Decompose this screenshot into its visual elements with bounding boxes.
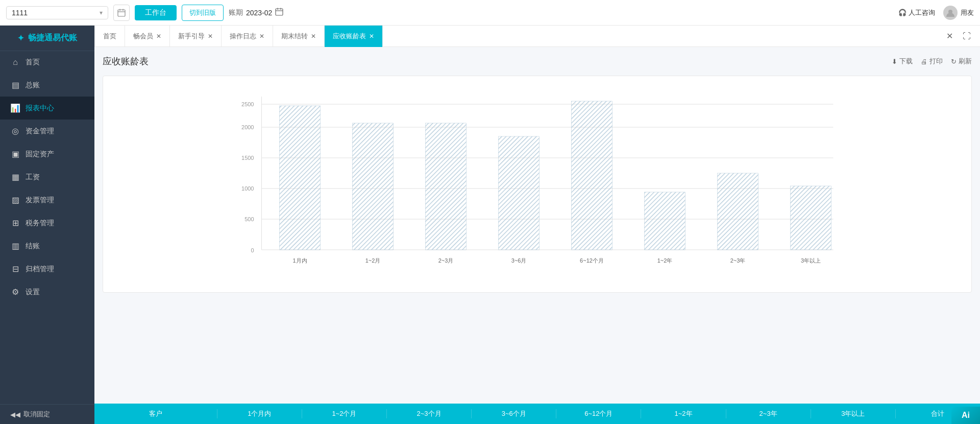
payroll-icon: ▦ — [10, 172, 20, 182]
switch-old-button[interactable]: 切到旧版 — [182, 5, 224, 21]
svg-text:3~6月: 3~6月 — [511, 257, 527, 264]
tab-close-oplog[interactable]: ✕ — [259, 33, 264, 40]
sidebar-item-invoice[interactable]: ▨ 发票管理 — [0, 189, 94, 211]
svg-rect-23 — [280, 106, 321, 250]
close-all-button[interactable]: ✕ — [942, 29, 957, 43]
sidebar-footer[interactable]: ◀◀ 取消固定 — [0, 404, 94, 424]
tab-home[interactable]: 首页 — [94, 26, 125, 47]
workbench-button[interactable]: 工作台 — [135, 5, 177, 20]
ai-badge[interactable]: Ai — [951, 407, 980, 424]
col-2-3y: 2~3年 — [726, 409, 811, 418]
tab-close-guide[interactable]: ✕ — [208, 33, 213, 40]
period-calendar-icon[interactable] — [275, 8, 283, 17]
logo-icon: ✦ — [17, 33, 24, 43]
sidebar-item-checkout[interactable]: ▥ 结账 — [0, 234, 94, 257]
sidebar-item-ledger[interactable]: ▤ 总账 — [0, 74, 94, 97]
svg-rect-33 — [645, 192, 685, 250]
sidebar-item-funds[interactable]: ◎ 资金管理 — [0, 120, 94, 143]
tab-label-aging: 应收账龄表 — [333, 32, 366, 41]
top-header: 1111 ▾ 工作台 切到旧版 账期 2023-02 🎧 人工咨询 — [0, 0, 980, 26]
svg-text:2500: 2500 — [241, 101, 254, 107]
user-area[interactable]: 用友 — [943, 6, 974, 20]
svg-rect-35 — [718, 173, 758, 250]
logo-text: 畅捷通易代账 — [28, 33, 77, 43]
sidebar-label-home: 首页 — [26, 58, 40, 67]
expand-button[interactable]: ⛶ — [960, 29, 974, 43]
svg-rect-37 — [791, 186, 831, 250]
archive-icon: ⊟ — [10, 264, 20, 274]
col-2-3m: 2~3个月 — [387, 409, 472, 418]
tab-label-home: 首页 — [103, 32, 116, 41]
sidebar-logo: ✦ 畅捷通易代账 — [0, 26, 94, 51]
svg-rect-31 — [572, 101, 612, 250]
sidebar-scroll: ⌂ 首页 ▤ 总账 📊 报表中心 ◎ 资金管理 ▣ 固定资产 ▦ 工资 — [0, 51, 94, 404]
tab-close-period-end[interactable]: ✕ — [311, 33, 316, 40]
sidebar-item-settings[interactable]: ⚙ 设置 — [0, 280, 94, 303]
svg-rect-4 — [276, 9, 283, 15]
tab-close-aging[interactable]: ✕ — [369, 33, 374, 40]
sidebar-item-home[interactable]: ⌂ 首页 — [0, 51, 94, 74]
avatar — [943, 6, 958, 20]
tab-guide[interactable]: 新手引导 ✕ — [170, 26, 222, 47]
svg-text:0: 0 — [251, 247, 254, 253]
tax-icon: ⊞ — [10, 218, 20, 228]
consult-label: 人工咨询 — [909, 8, 935, 17]
col-3-6m: 3~6个月 — [472, 409, 556, 418]
svg-text:2000: 2000 — [241, 124, 254, 130]
col-customer: 客户 — [94, 409, 217, 418]
bar-chart: 0 500 1000 1500 2000 2500 — [113, 86, 961, 280]
col-1m: 1个月内 — [217, 409, 302, 418]
svg-rect-29 — [499, 136, 540, 250]
tab-label-period-end: 期末结转 — [281, 32, 308, 41]
checkout-icon: ▥ — [10, 241, 20, 251]
header-right: 🎧 人工咨询 用友 — [898, 6, 974, 20]
tab-period-end[interactable]: 期末结转 ✕ — [273, 26, 325, 47]
sidebar-item-archive[interactable]: ⊟ 归档管理 — [0, 257, 94, 280]
home-icon: ⌂ — [10, 58, 20, 67]
sidebar-item-payroll[interactable]: ▦ 工资 — [0, 166, 94, 189]
unpin-label: 取消固定 — [23, 410, 50, 419]
svg-rect-27 — [426, 123, 467, 250]
sidebar-label-archive: 归档管理 — [26, 265, 54, 274]
period-value: 2023-02 — [246, 9, 272, 17]
refresh-button[interactable]: ↻ 刷新 — [951, 57, 972, 66]
sidebar-item-assets[interactable]: ▣ 固定资产 — [0, 143, 94, 166]
download-button[interactable]: ⬇ 下载 — [892, 57, 913, 66]
main-layout: ✦ 畅捷通易代账 ⌂ 首页 ▤ 总账 📊 报表中心 ◎ 资金管理 ▣ 固定资产 — [0, 26, 980, 424]
consult-button[interactable]: 🎧 人工咨询 — [898, 8, 935, 17]
tab-close-member[interactable]: ✕ — [156, 33, 161, 40]
company-selector[interactable]: 1111 ▾ — [6, 6, 108, 19]
invoice-icon: ▨ — [10, 195, 20, 205]
print-button[interactable]: 🖨 打印 — [921, 57, 943, 66]
svg-text:6~12个月: 6~12个月 — [580, 257, 604, 264]
sidebar-label-ledger: 总账 — [26, 81, 40, 90]
tab-bar: 首页 畅会员 ✕ 新手引导 ✕ 操作日志 ✕ 期末结转 ✕ 应收账龄表 ✕ — [94, 26, 980, 47]
chevron-down-icon: ▾ — [100, 9, 103, 16]
sidebar-label-funds: 资金管理 — [26, 127, 54, 136]
svg-text:2~3年: 2~3年 — [730, 257, 746, 264]
page-title: 应收账龄表 — [103, 55, 149, 67]
tab-label-oplog: 操作日志 — [230, 32, 256, 41]
chart-container: 0 500 1000 1500 2000 2500 — [103, 76, 972, 293]
sidebar: ✦ 畅捷通易代账 ⌂ 首页 ▤ 总账 📊 报表中心 ◎ 资金管理 ▣ 固定资产 — [0, 26, 94, 424]
content-area: 首页 畅会员 ✕ 新手引导 ✕ 操作日志 ✕ 期末结转 ✕ 应收账龄表 ✕ — [94, 26, 980, 424]
sidebar-item-reports[interactable]: 📊 报表中心 — [0, 97, 94, 120]
sidebar-label-invoice: 发票管理 — [26, 196, 54, 205]
page-actions: ⬇ 下载 🖨 打印 ↻ 刷新 — [892, 57, 972, 66]
reports-icon: 📊 — [10, 103, 20, 113]
svg-text:2~3月: 2~3月 — [438, 257, 454, 264]
col-3y-plus: 3年以上 — [811, 409, 896, 418]
calendar-button[interactable] — [113, 5, 130, 21]
sidebar-label-payroll: 工资 — [26, 173, 40, 182]
print-label: 打印 — [929, 57, 943, 66]
tab-member[interactable]: 畅会员 ✕ — [125, 26, 170, 47]
settings-icon: ⚙ — [10, 287, 20, 297]
sidebar-item-tax[interactable]: ⊞ 税务管理 — [0, 211, 94, 234]
svg-text:1000: 1000 — [241, 185, 254, 192]
print-icon: 🖨 — [921, 58, 927, 65]
user-name: 用友 — [961, 8, 974, 17]
svg-text:1500: 1500 — [241, 155, 254, 161]
refresh-label: 刷新 — [959, 57, 972, 66]
tab-oplog[interactable]: 操作日志 ✕ — [222, 26, 273, 47]
tab-aging[interactable]: 应收账龄表 ✕ — [325, 26, 383, 47]
